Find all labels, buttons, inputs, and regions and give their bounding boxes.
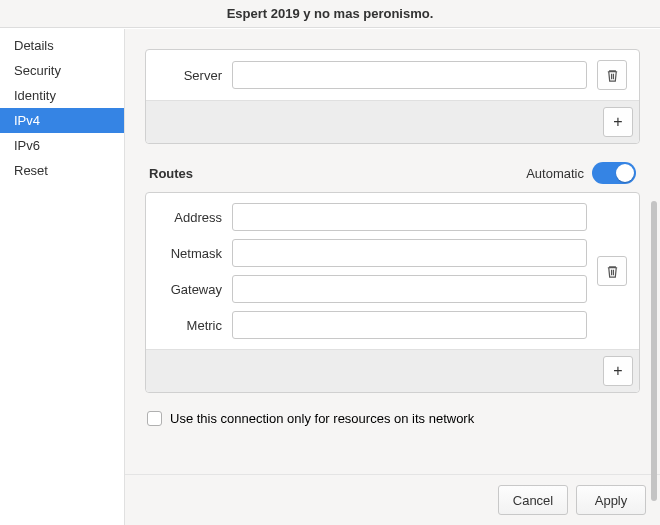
server-add-strip: + bbox=[146, 100, 639, 143]
server-delete-button[interactable] bbox=[597, 60, 627, 90]
netmask-label: Netmask bbox=[158, 246, 222, 261]
sidebar-item-label: Identity bbox=[14, 88, 56, 103]
server-label: Server bbox=[158, 68, 222, 83]
routes-title: Routes bbox=[149, 166, 193, 181]
server-input[interactable] bbox=[232, 61, 587, 89]
dialog-button-row: Cancel Apply bbox=[125, 474, 660, 525]
scrollbar-thumb[interactable] bbox=[651, 201, 657, 501]
dns-server-panel: Server + bbox=[145, 49, 640, 144]
netmask-input[interactable] bbox=[232, 239, 587, 267]
scroll-area[interactable]: Server + Routes Automatic bbox=[125, 29, 660, 474]
only-resources-label: Use this connection only for resources o… bbox=[170, 411, 474, 426]
address-input[interactable] bbox=[232, 203, 587, 231]
only-resources-checkbox[interactable] bbox=[147, 411, 162, 426]
metric-input[interactable] bbox=[232, 311, 587, 339]
sidebar-item-details[interactable]: Details bbox=[0, 33, 124, 58]
sidebar-item-label: Details bbox=[14, 38, 54, 53]
routes-panel: Address Netmask Gateway Metric + bbox=[145, 192, 640, 393]
sidebar-item-label: Security bbox=[14, 63, 61, 78]
routes-auto-toggle[interactable] bbox=[592, 162, 636, 184]
sidebar-item-ipv4[interactable]: IPv4 bbox=[0, 108, 124, 133]
only-resources-row[interactable]: Use this connection only for resources o… bbox=[145, 407, 640, 428]
cancel-button[interactable]: Cancel bbox=[498, 485, 568, 515]
routes-row: Address Netmask Gateway Metric bbox=[146, 193, 639, 349]
trash-icon bbox=[605, 264, 620, 279]
main-panel: Server + Routes Automatic bbox=[125, 29, 660, 525]
route-add-button[interactable]: + bbox=[603, 356, 633, 386]
sidebar-item-label: Reset bbox=[14, 163, 48, 178]
titlebar: Espert 2019 y no mas peronismo. bbox=[0, 0, 660, 28]
sidebar-item-label: IPv4 bbox=[14, 113, 40, 128]
trash-icon bbox=[605, 68, 620, 83]
address-label: Address bbox=[158, 210, 222, 225]
routes-auto-label: Automatic bbox=[526, 166, 584, 181]
plus-icon: + bbox=[613, 114, 622, 130]
gateway-input[interactable] bbox=[232, 275, 587, 303]
sidebar: Details Security Identity IPv4 IPv6 Rese… bbox=[0, 29, 125, 525]
window: Espert 2019 y no mas peronismo. Details … bbox=[0, 0, 660, 525]
sidebar-item-security[interactable]: Security bbox=[0, 58, 124, 83]
server-row: Server bbox=[146, 50, 639, 100]
sidebar-item-reset[interactable]: Reset bbox=[0, 158, 124, 183]
metric-label: Metric bbox=[158, 318, 222, 333]
window-title: Espert 2019 y no mas peronismo. bbox=[227, 6, 434, 21]
routes-header: Routes Automatic bbox=[145, 158, 640, 192]
server-add-button[interactable]: + bbox=[603, 107, 633, 137]
sidebar-item-label: IPv6 bbox=[14, 138, 40, 153]
sidebar-item-identity[interactable]: Identity bbox=[0, 83, 124, 108]
toggle-knob bbox=[616, 164, 634, 182]
sidebar-item-ipv6[interactable]: IPv6 bbox=[0, 133, 124, 158]
window-body: Details Security Identity IPv4 IPv6 Rese… bbox=[0, 28, 660, 525]
apply-button[interactable]: Apply bbox=[576, 485, 646, 515]
plus-icon: + bbox=[613, 363, 622, 379]
route-add-strip: + bbox=[146, 349, 639, 392]
route-delete-button[interactable] bbox=[597, 256, 627, 286]
gateway-label: Gateway bbox=[158, 282, 222, 297]
